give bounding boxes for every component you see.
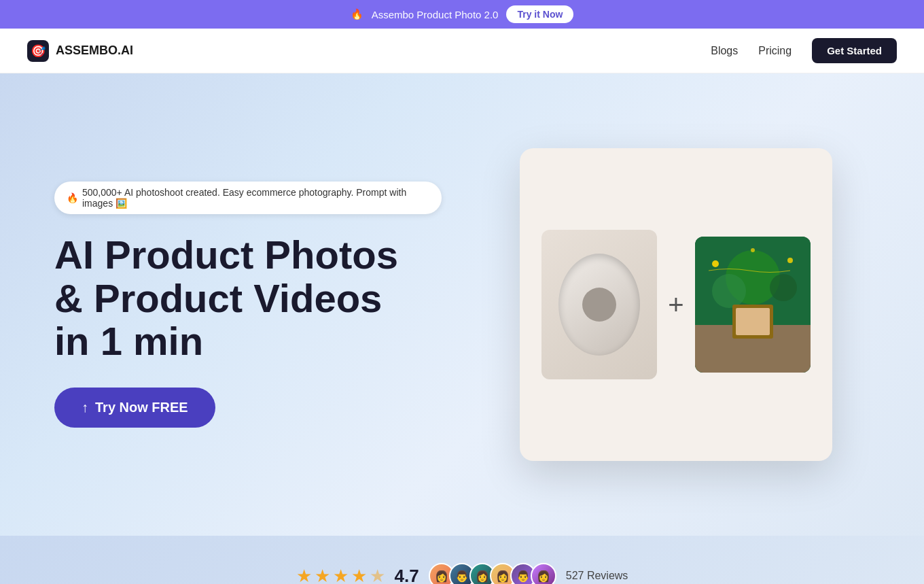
avatar-6: 👩 [531, 563, 556, 584]
hero-image-card: + [520, 148, 832, 461]
star-4: ★ [351, 566, 367, 585]
hero-cta-label: Try Now FREE [95, 400, 188, 415]
nav-link-pricing[interactable]: Pricing [758, 45, 792, 57]
get-started-button[interactable]: Get Started [812, 38, 897, 63]
star-2: ★ [315, 566, 330, 585]
navbar: 🎯 ASSEMBO.AI Blogs Pricing Get Started [0, 29, 924, 73]
badge-fire-icon: 🔥 [67, 192, 78, 203]
hero-title-line2: & Product Videos [54, 276, 382, 320]
star-rating: ★ ★ ★ ★ ★ [296, 566, 385, 585]
banner-cta-button[interactable]: Try it Now [506, 5, 573, 23]
star-5: ★ [370, 566, 385, 585]
hero-title-line3: in 1 min [54, 319, 203, 363]
plus-divider: + [668, 290, 683, 320]
hero-right: + [482, 148, 870, 461]
product-image-speaker [541, 230, 657, 379]
social-proof-section: ★ ★ ★ ★ ★ 4.7 👩 👨 👩 👩 👨 👩 527 Reviews am… [0, 536, 924, 584]
logo-icon: 🎯 [27, 40, 49, 62]
scene-svg [695, 237, 811, 373]
svg-point-4 [770, 274, 797, 301]
svg-point-8 [787, 258, 793, 263]
banner-text: Assembo Product Photo 2.0 [372, 9, 499, 20]
product-image-scene [695, 237, 811, 373]
speaker-visual [558, 254, 640, 356]
upload-icon: ↑ [82, 400, 88, 415]
banner-fire-icon: 🔥 [351, 8, 363, 20]
rating-number: 4.7 [395, 566, 419, 585]
star-3: ★ [333, 566, 349, 585]
hero-title: AI Product Photos & Product Videos in 1 … [54, 233, 442, 363]
hero-title-line1: AI Product Photos [54, 233, 398, 277]
hero-badge: 🔥 500,000+ AI photoshoot created. Easy e… [54, 182, 442, 214]
nav-link-blogs[interactable]: Blogs [711, 45, 738, 57]
badge-text: 500,000+ AI photoshoot created. Easy eco… [82, 187, 429, 209]
svg-point-9 [751, 248, 755, 252]
avatar-stack: 👩 👨 👩 👩 👨 👩 [429, 563, 556, 584]
nav-links: Blogs Pricing Get Started [711, 38, 897, 63]
svg-point-7 [712, 260, 719, 267]
top-banner: 🔥 Assembo Product Photo 2.0 Try it Now [0, 0, 924, 29]
star-1: ★ [296, 566, 312, 585]
reviews-count: 527 Reviews [566, 570, 628, 582]
hero-left: 🔥 500,000+ AI photoshoot created. Easy e… [54, 182, 442, 428]
hero-cta-button[interactable]: ↑ Try Now FREE [54, 388, 215, 428]
logo-text: ASSEMBO.AI [56, 44, 133, 58]
ratings-row: ★ ★ ★ ★ ★ 4.7 👩 👨 👩 👩 👨 👩 527 Reviews [296, 563, 628, 584]
nav-logo[interactable]: 🎯 ASSEMBO.AI [27, 40, 133, 62]
svg-point-3 [712, 274, 746, 308]
hero-section: 🔥 500,000+ AI photoshoot created. Easy e… [0, 73, 924, 536]
svg-rect-6 [736, 308, 770, 335]
